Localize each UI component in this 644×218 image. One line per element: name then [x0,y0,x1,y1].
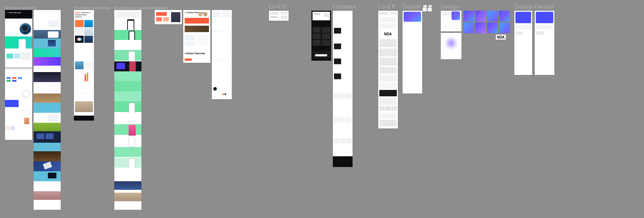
design-r1[interactable] [514,11,532,75]
grad-tile[interactable] [487,11,498,21]
frame-label: Lo-fi P… [378,4,398,9]
flag-frame-b[interactable] [428,8,432,11]
grad-tile[interactable] [464,22,474,33]
grad-tile[interactable] [487,22,498,33]
frame-label: Lo-fi P… [269,4,289,9]
design-hero[interactable] [441,11,461,31]
imitating-frame[interactable]: Digital маркетинг и брендинговые проекты [74,10,94,121]
radial-fade[interactable] [441,33,461,59]
agency-title: — агентство года [6,11,21,14]
figma-canvas[interactable]: Крупные клиенты Имитируя зрителям Мобиль… [0,0,644,218]
lofi-small[interactable] [269,11,289,21]
sobaka-top[interactable] [155,10,182,24]
grad-tile[interactable] [475,22,486,33]
grad-tile[interactable] [499,22,510,33]
frame-label: Design [441,4,460,9]
digital-word: Digital маркетинг и брендинговые проекты [75,11,93,18]
portfolio-frame-b[interactable] [34,10,61,210]
design-tall[interactable] [403,11,422,93]
main-dark[interactable] [311,11,331,61]
grad-tile[interactable] [464,11,474,21]
lofi-long[interactable]: NDA [378,11,398,128]
sobaka-about[interactable]: о «Собаке Павловой» Собака Павлова [183,10,210,63]
nda-box[interactable]: NDA [496,35,506,40]
mobile-apps-frame[interactable] [114,10,141,210]
sobaka-h2: Собака Павлова [185,52,205,55]
frame-label: Главная [333,4,356,9]
frame-label: Мобильные приложения [114,5,159,10]
grad-tile[interactable] [475,11,486,21]
frame-label: Design [403,4,421,9]
main-long[interactable] [333,11,353,167]
nda-box: NDA [381,31,395,37]
frame-label: Имитируя зрителям [74,5,110,10]
grad-tile[interactable] [499,11,510,21]
frame-label: Design [514,4,533,9]
design-r2[interactable] [535,11,554,75]
flag-frame-a[interactable] [423,8,427,11]
portfolio-frame-a[interactable]: — агентство года [5,10,32,140]
sobaka-article[interactable] [212,10,232,99]
frame-label: Design [535,4,554,9]
frame-label: Крупные клиенты [5,5,37,10]
frame-label: Собака [155,5,168,10]
